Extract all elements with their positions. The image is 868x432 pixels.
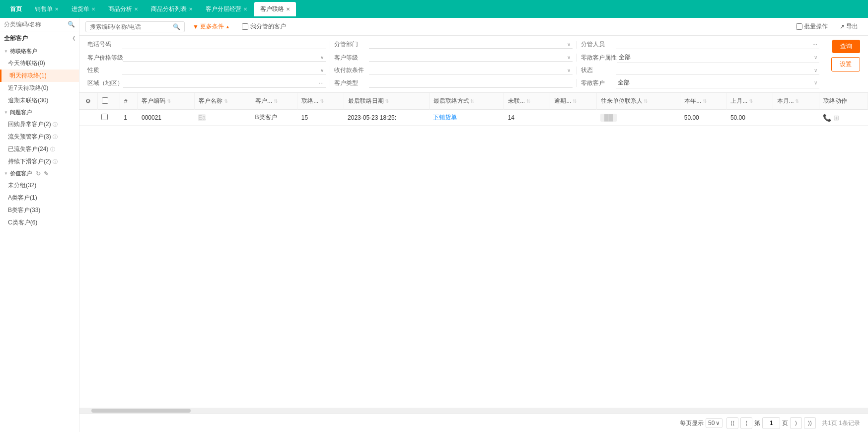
sidebar-item-declining[interactable]: 持续下滑客户(2) ⓘ [0,155,79,168]
table-footer: 每页显示 50 ∨ ⟨⟨ ⟨ 第 页 ⟩ ⟩⟩ 共1页 1条记录 [79,414,868,432]
nav-product-analysis-list[interactable]: 商品分析列表 ✕ [145,2,199,16]
th-settings[interactable]: ⚙ [79,93,97,110]
close-icon[interactable]: ✕ [189,6,193,12]
sidebar-search-input[interactable] [4,21,66,28]
th-this-month[interactable]: 本月... [773,93,819,110]
more-conditions-btn[interactable]: ▼ 更多条件 ▲ [189,21,234,32]
nav-product-analysis[interactable]: 商品分析 ✕ [102,2,144,16]
scroll-thumb[interactable] [91,409,191,413]
export-btn[interactable]: ↗ 导出 [836,21,862,32]
payment-select[interactable]: ∨ [369,67,573,74]
price-level-select[interactable]: ∨ [123,54,326,62]
nav-customer-contact[interactable]: 客户联络 ✕ [254,2,296,16]
first-page-btn[interactable]: ⟨⟨ [726,417,738,429]
select-all-checkbox[interactable] [102,97,108,104]
customer-name-blurred: Ea [198,114,206,121]
th-last-contact-date[interactable]: 最后联络日期 [344,93,429,110]
sidebar-item-ungrouped[interactable]: 未分组(32) [0,179,79,192]
customer-type-input[interactable] [369,78,573,88]
search-icon[interactable]: 🔍 [173,23,180,30]
nav-purchase-order[interactable]: 进货单 ✕ [66,2,101,16]
page-number-input[interactable] [762,417,780,429]
prev-page-btn[interactable]: ⟨ [740,417,752,429]
th-last-month[interactable]: 上月... [726,93,773,110]
filter-field-payment: 收付款条件 ∨ [334,66,573,74]
horizontal-scrollbar[interactable] [79,408,868,414]
th-contacts-person[interactable]: 往来单位联系人 [596,93,680,110]
group-problem-customers[interactable]: 问题客户 [0,107,79,118]
per-page-select[interactable]: 50 ∨ [706,418,723,428]
settings-button[interactable]: 设置 [831,57,860,72]
sidebar-item-churn-warning[interactable]: 流失预警客户(3) ⓘ [0,131,79,143]
status-label: 状态 [581,66,616,74]
next-page-btn[interactable]: ⟩ [790,417,802,429]
sidebar-search-icon[interactable]: 🔍 [68,21,75,28]
dept-select[interactable]: ∨ [369,41,573,49]
th-customer-type[interactable]: 客户... [251,93,297,110]
sidebar-item-today[interactable]: 今天待联络(0) [0,57,79,70]
sidebar-item-class-c[interactable]: C类客户(6) [0,216,79,229]
query-button[interactable]: 查询 [832,40,860,53]
all-customers-header[interactable]: 全部客户 《 [0,31,79,46]
sidebar-item-7days[interactable]: 近7天待联络(0) [0,82,79,94]
th-last-contact-method[interactable]: 最后联络方式 [429,93,504,110]
last-contact-method-link[interactable]: 下销货单 [433,114,457,121]
price-level-label: 客户价格等级 [87,54,123,62]
td-contacts: 15 [297,110,344,126]
person-dots-btn[interactable]: ··· [616,40,819,49]
last-page-btn[interactable]: ⟩⟩ [804,417,816,429]
th-index: # [120,93,138,110]
row-checkbox[interactable] [101,114,108,120]
status-select[interactable]: ∨ [616,67,819,74]
th-customer-code[interactable]: 客户编码 [138,93,194,110]
batch-action-btn[interactable]: 批量操作 [792,21,832,32]
retail-customer-select[interactable]: 全部 ∨ [616,77,819,88]
search-input[interactable] [90,23,171,30]
nav-sales-order[interactable]: 销售单 ✕ [29,2,65,16]
phone-input[interactable] [122,40,326,49]
batch-checkbox[interactable] [796,23,802,30]
nav-home[interactable]: 首页 [4,2,28,16]
close-icon[interactable]: ✕ [55,6,59,12]
th-this-year[interactable]: 本年... [680,93,726,110]
td-contacts-person: ██ [596,110,680,126]
close-icon[interactable]: ✕ [286,6,290,12]
region-dots-btn[interactable]: ··· [123,78,326,88]
nature-select[interactable]: ∨ [122,67,326,74]
edit-icon[interactable]: ✎ [44,170,49,177]
my-customers-check[interactable]: 我分管的客户 [242,22,286,31]
nav-customer-layered[interactable]: 客户分层经营 ✕ [200,2,253,16]
data-table: ⚙ # 客户编码 客户名称 客户... 联络... 最后联络日期 最后联络方式 … [79,93,868,126]
filter-field-person: 分管人员 ··· [581,40,819,49]
retail-attr-select[interactable]: 全部 ∨ [617,52,819,63]
page-unit: 页 [782,419,788,428]
my-customers-checkbox[interactable] [242,23,248,30]
close-icon[interactable]: ✕ [243,6,247,12]
th-contacts[interactable]: 联络... [297,93,344,110]
sidebar-item-class-b[interactable]: B类客户(33) [0,204,79,216]
sidebar-item-class-a[interactable]: A类客户(1) [0,192,79,204]
sidebar-item-abnormal-repurchase[interactable]: 回购异常客户(2) ⓘ [0,118,79,131]
th-action: 联络动作 [819,93,868,110]
sidebar-item-tomorrow[interactable]: 明天待联络(1) [0,70,79,82]
td-last-contact-method[interactable]: 下销货单 [429,110,504,126]
group-pending-contact[interactable]: 待联络客户 [0,46,79,57]
th-not-contacted[interactable]: 未联... [504,93,550,110]
td-checkbox [97,110,120,126]
th-customer-name[interactable]: 客户名称 [194,93,251,110]
close-icon[interactable]: ✕ [134,6,138,12]
grid-action-icon[interactable]: ⊞ [833,114,839,122]
nav-label: 进货单 [72,5,89,13]
group-value-customers[interactable]: 价值客户 ↻ ✎ [0,168,79,179]
close-icon[interactable]: ✕ [91,6,95,12]
chevron-down-icon: ∨ [320,68,324,73]
sidebar-item-overdue[interactable]: 逾期未联络(30) [0,94,79,107]
sidebar-item-churned[interactable]: 已流失客户(24) ⓘ [0,143,79,155]
total-info: 共1页 1条记录 [822,419,860,428]
th-overdue[interactable]: 逾期... [550,93,596,110]
export-icon: ↗ [840,23,845,30]
call-action-icon[interactable]: 📞 [823,114,831,122]
retail-attr-value: 全部 [619,53,631,62]
customer-level-select[interactable]: ∨ [369,54,573,62]
refresh-icon[interactable]: ↻ [36,170,41,177]
